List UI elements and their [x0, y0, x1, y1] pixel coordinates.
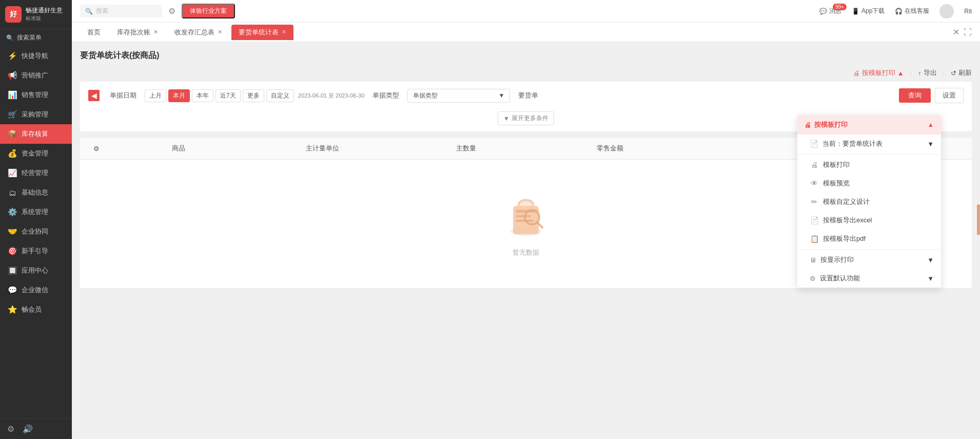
date-btn-7days[interactable]: 近7天 [215, 89, 241, 102]
dropdown-display-print[interactable]: 🖥 按显示打印 ▼ [797, 251, 941, 269]
sidebar-logo: 好 畅捷通好生意 标准版 [0, 0, 72, 29]
trial-button[interactable]: 体验行业方案 [182, 4, 235, 18]
sidebar-item-marketing[interactable]: 📢 营销推广 [0, 66, 72, 85]
tab-receipt-summary[interactable]: 收发存汇总表 ✕ [167, 25, 229, 40]
tab-home[interactable]: 首页 [80, 25, 108, 40]
th-retail-amount: 零售金额 [538, 142, 682, 155]
sidebar-item-guide[interactable]: 🎯 新手引导 [0, 241, 72, 261]
sidebar-item-purchase[interactable]: 🛒 采购管理 [0, 105, 72, 124]
inventory-icon: 📦 [7, 129, 17, 139]
wechat-icon: 💬 [7, 285, 17, 295]
expand-icon: ▼ [503, 115, 509, 122]
dropdown-item-template-print[interactable]: 🖨 模板打印 [797, 156, 941, 174]
operation-icon: 📈 [7, 168, 17, 178]
guide-icon: 🎯 [7, 246, 17, 256]
online-service-button[interactable]: 🎧 在线客服 [895, 7, 929, 15]
sidebar-search[interactable]: 🔍 搜索菜单 [0, 29, 72, 46]
app-download-icon: 📱 [852, 8, 859, 15]
dropdown-divider-1 [797, 154, 941, 155]
select-chevron-icon: ▼ [498, 92, 504, 99]
quick-nav-icon: ⚡ [7, 51, 17, 61]
dropdown-collapse-icon[interactable]: ▲ [928, 121, 934, 128]
tab-close-order-summary[interactable]: ✕ [282, 29, 286, 35]
sidebar-item-inventory[interactable]: 📦 库存核算 [0, 124, 72, 144]
dropdown-divider-2 [797, 249, 941, 250]
filter-row-main: ◀ 单据日期 上月 本月 本年 近7天 更多 自定义 2023-06-01 至 … [88, 88, 964, 103]
dropdown-item-template-preview[interactable]: 👁 模板预览 [797, 174, 941, 193]
set-default-icon: ⚙ [810, 275, 816, 282]
date-btn-this-year[interactable]: 本年 [192, 89, 213, 102]
page-title: 要货单统计表(按商品) [80, 50, 972, 61]
purchase-icon: 🛒 [7, 110, 17, 119]
export-excel-icon: 📄 [810, 216, 819, 224]
sidebar: 好 畅捷通好生意 标准版 🔍 搜索菜单 ⚡ 快捷导航 📢 营销推广 📊 销售管理… [0, 0, 72, 439]
template-print-icon: 🖨 [810, 161, 819, 169]
tab-close-batch-account[interactable]: ✕ [153, 29, 158, 35]
dropdown-item-template-custom[interactable]: ✏ 模板自定义设计 [797, 193, 941, 211]
settings-footer-icon[interactable]: ⚙ [7, 424, 14, 434]
empty-icon [500, 190, 552, 242]
print-icon: 🖨 [853, 69, 860, 77]
topbar-gear-icon[interactable]: ⚙ [168, 6, 175, 16]
filter-toggle-btn[interactable]: ◀ [88, 90, 100, 101]
sidebar-item-base[interactable]: 🗂 基础信息 [0, 183, 72, 202]
topbar-search[interactable]: 🔍 搜索 [80, 5, 162, 17]
date-buttons: 上月 本月 本年 近7天 更多 自定义 2023-06-01 至 2023-06… [145, 89, 364, 102]
date-btn-this-month[interactable]: 本月 [168, 89, 190, 102]
refresh-button[interactable]: ↺ 刷新 [951, 68, 972, 78]
bill-type-select[interactable]: 单据类型 ▼ [407, 89, 510, 103]
app-logo-icon: 好 [5, 6, 22, 23]
dropdown-current-template[interactable]: 📄 当前：要货单统计表 ▼ [797, 135, 941, 153]
th-goods: 商品 [107, 142, 250, 155]
collab-icon: 🤝 [7, 227, 17, 236]
tabs-bar: 首页 库存批次账 ✕ 收发存汇总表 ✕ 要货单统计表 ✕ ✕ ⛶ [72, 23, 980, 42]
app-download-button[interactable]: 📱 App下载 [852, 7, 885, 15]
right-scrollbar[interactable] [977, 204, 980, 235]
th-quantity: 主数量 [395, 142, 538, 155]
sidebar-item-collab[interactable]: 🤝 企业协同 [0, 222, 72, 241]
svg-rect-3 [516, 215, 531, 217]
export-button[interactable]: ↑ 导出 [918, 68, 937, 78]
topbar-search-icon: 🔍 [85, 8, 93, 15]
sound-footer-icon[interactable]: 🔊 [23, 424, 33, 434]
dropdown-item-export-pdf[interactable]: 📋 按模板导出pdf [797, 230, 941, 248]
sidebar-item-quick-nav[interactable]: ⚡ 快捷导航 [0, 46, 72, 66]
sidebar-item-operation[interactable]: 📈 经营管理 [0, 163, 72, 183]
search-icon: 🔍 [6, 34, 14, 42]
dropdown-header[interactable]: 🖨 按模板打印 ▲ [797, 115, 941, 135]
tab-close-all-button[interactable]: ✕ [953, 27, 959, 37]
sidebar-item-member[interactable]: ⭐ 畅会员 [0, 300, 72, 319]
topbar-right: 💬 消息 99+ 📱 App下载 🎧 在线客服 Rit [819, 4, 972, 18]
th-unit: 主计量单位 [250, 142, 394, 155]
dropdown-item-export-excel[interactable]: 📄 按模板导出excel [797, 211, 941, 230]
sidebar-item-wechat[interactable]: 💬 企业微信 [0, 280, 72, 300]
online-service-icon: 🎧 [895, 8, 903, 15]
settings-button[interactable]: 设置 [935, 88, 964, 103]
sidebar-item-system[interactable]: ⚙️ 系统管理 [0, 202, 72, 222]
tab-batch-account[interactable]: 库存批次账 ✕ [110, 25, 165, 40]
date-btn-custom[interactable]: 自定义 [266, 89, 294, 102]
template-preview-icon: 👁 [810, 179, 819, 187]
sidebar-item-sales[interactable]: 📊 销售管理 [0, 85, 72, 105]
print-template-button[interactable]: 🖨 按模板打印 ▲ [853, 68, 904, 78]
user-avatar[interactable] [939, 4, 954, 18]
sidebar-item-apps[interactable]: 🔲 应用中心 [0, 261, 72, 280]
th-settings[interactable]: ⚙ [86, 143, 107, 155]
member-icon: ⭐ [7, 305, 17, 314]
display-print-icon: 🖥 [810, 256, 816, 264]
tab-close-receipt-summary[interactable]: ✕ [218, 29, 222, 35]
set-default-chevron-icon: ▼ [927, 275, 934, 282]
expand-conditions-button[interactable]: ▼ 展开更多条件 [498, 111, 554, 125]
query-button[interactable]: 查询 [899, 88, 931, 103]
tab-order-summary[interactable]: 要货单统计表 ✕ [231, 25, 293, 40]
template-custom-icon: ✏ [810, 198, 819, 206]
tab-expand-button[interactable]: ⛶ [964, 28, 972, 37]
date-btn-last-month[interactable]: 上月 [145, 89, 166, 102]
username-label: Rit [964, 8, 972, 15]
date-btn-more[interactable]: 更多 [243, 89, 264, 102]
sidebar-nav: ⚡ 快捷导航 📢 营销推广 📊 销售管理 🛒 采购管理 📦 库存核算 💰 资金管… [0, 46, 72, 418]
sidebar-item-finance[interactable]: 💰 资金管理 [0, 144, 72, 163]
dropdown-set-default[interactable]: ⚙ 设置默认功能 ▼ [797, 269, 941, 288]
finance-icon: 💰 [7, 149, 17, 158]
message-button[interactable]: 💬 消息 99+ [819, 7, 841, 15]
